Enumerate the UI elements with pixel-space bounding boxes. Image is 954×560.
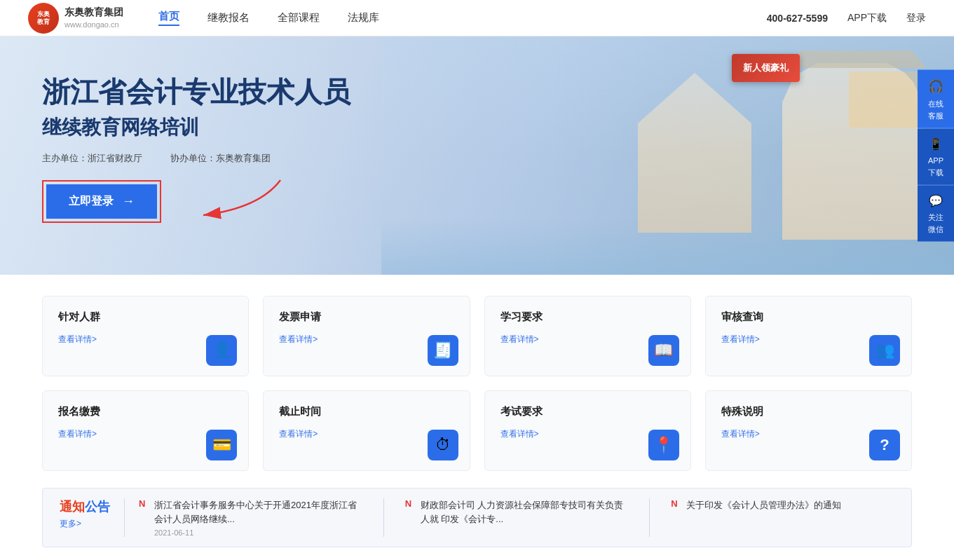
login-link[interactable]: 登录 xyxy=(906,12,926,25)
card-title: 特殊说明 xyxy=(721,405,896,418)
app-download-link[interactable]: APP下载 xyxy=(847,12,887,25)
special-icon: ? xyxy=(869,430,900,460)
card-title: 学习要求 xyxy=(500,310,675,324)
cards-grid: 针对人群 查看详情> 👤 发票申请 查看详情> 🧾 学习要求 查看详情> 📖 审… xyxy=(42,296,912,471)
notice-item-1[interactable]: N 浙江省会计事务服务中心关于开通2021年度浙江省会计人员网络继续... 20… xyxy=(139,498,362,537)
card-title: 截止时间 xyxy=(279,405,454,418)
side-btn-app[interactable]: 📱 APP下载 xyxy=(918,129,954,186)
service-label: 在线客服 xyxy=(920,98,951,121)
card-title: 针对人群 xyxy=(58,310,233,324)
exam-icon: 📍 xyxy=(648,430,679,460)
notice-label-accent: 公告 xyxy=(85,500,110,514)
new-user-badge-label: 新人领豪礼 xyxy=(743,61,789,75)
app-label: APP下载 xyxy=(920,155,951,178)
login-button-label: 立即登录 xyxy=(69,194,114,209)
notice-divider xyxy=(124,498,125,537)
notice-item-3[interactable]: N 关于印发《会计人员管理办法》的通知 xyxy=(671,498,894,515)
hero-subtitle: 继续教育网络培训 xyxy=(42,114,912,141)
nav-link-home[interactable]: 首页 xyxy=(158,10,179,26)
study-icon: 📖 xyxy=(648,335,679,366)
logo-sub: www.dongao.cn xyxy=(64,20,123,30)
app-icon: 📱 xyxy=(920,136,951,153)
invoice-icon: 🧾 xyxy=(428,335,458,366)
navigation: 东奥教育 东奥教育集团 www.dongao.cn 首页 继教报名 全部课程 法… xyxy=(0,0,954,36)
logo[interactable]: 东奥教育 东奥教育集团 www.dongao.cn xyxy=(28,3,123,34)
card-special-note[interactable]: 特殊说明 查看详情> ? xyxy=(705,390,912,471)
nav-right: 400-627-5599 APP下载 登录 xyxy=(767,12,926,25)
card-study-req[interactable]: 学习要求 查看详情> 📖 xyxy=(484,296,691,376)
new-user-badge[interactable]: 新人领豪礼 xyxy=(732,54,800,82)
notice-icon-1: N xyxy=(139,498,150,509)
nav-link-jijiao[interactable]: 继教报名 xyxy=(207,11,250,25)
login-button-box: 立即登录 → xyxy=(42,180,161,223)
card-title: 发票申请 xyxy=(279,310,454,324)
notice-label-section: 通知公告 更多> xyxy=(60,498,110,530)
card-title: 报名缴费 xyxy=(58,405,233,418)
notice-date-1: 2021-06-11 xyxy=(139,528,362,537)
notice-icon-2: N xyxy=(405,498,416,509)
service-icon: 🎧 xyxy=(920,77,951,96)
side-btn-service[interactable]: 🎧 在线客服 xyxy=(918,70,954,129)
red-arrow-annotation xyxy=(147,173,287,239)
notice-more-link[interactable]: 更多> xyxy=(60,518,81,530)
hero-co-host: 协办单位：东奥教育集团 xyxy=(170,152,271,165)
arrow-icon: → xyxy=(122,194,135,209)
card-title: 考试要求 xyxy=(500,405,675,418)
card-exam-req[interactable]: 考试要求 查看详情> 📍 xyxy=(484,390,691,471)
notice-label: 通知公告 xyxy=(60,498,110,515)
deadline-icon: ⏱ xyxy=(428,430,458,460)
hero-host: 主办单位：浙江省财政厅 xyxy=(42,152,142,165)
wechat-label: 关注微信 xyxy=(920,212,951,235)
card-deadline[interactable]: 截止时间 查看详情> ⏱ xyxy=(263,390,470,471)
notice-title-1: 浙江省会计事务服务中心关于开通2021年度浙江省会计人员网络继续... xyxy=(154,498,362,526)
notice-bar: 通知公告 更多> N 浙江省会计事务服务中心关于开通2021年度浙江省会计人员网… xyxy=(42,488,912,547)
card-target-group[interactable]: 针对人群 查看详情> 👤 xyxy=(42,296,249,376)
logo-brand: 东奥教育集团 xyxy=(64,6,123,20)
hero-content: 浙江省会计专业技术人员 继续教育网络培训 主办单位：浙江省财政厅 协办单位：东奥… xyxy=(0,36,954,261)
side-btn-wechat[interactable]: 💬 关注微信 xyxy=(918,186,954,242)
notice-items: N 浙江省会计事务服务中心关于开通2021年度浙江省会计人员网络继续... 20… xyxy=(139,498,894,537)
notice-title-3: 关于印发《会计人员管理办法》的通知 xyxy=(686,498,841,512)
nav-phone: 400-627-5599 xyxy=(767,13,828,24)
main-content: 针对人群 查看详情> 👤 发票申请 查看详情> 🧾 学习要求 查看详情> 📖 审… xyxy=(0,275,954,560)
notice-item-2[interactable]: N 财政部会计司 人力资源社会保障部专技司有关负责人就 印发《会计专... xyxy=(405,498,629,528)
card-invoice[interactable]: 发票申请 查看详情> 🧾 xyxy=(263,296,470,376)
card-audit[interactable]: 审核查询 查看详情> 👥 xyxy=(705,296,912,376)
wechat-icon: 💬 xyxy=(920,193,951,210)
side-buttons: 🎧 在线客服 📱 APP下载 💬 关注微信 xyxy=(918,70,954,242)
login-button[interactable]: 立即登录 → xyxy=(46,184,157,219)
target-group-icon: 👤 xyxy=(206,335,237,366)
notice-divider-2 xyxy=(383,498,384,537)
notice-icon-3: N xyxy=(671,498,682,509)
card-registration[interactable]: 报名缴费 查看详情> 💳 xyxy=(42,390,249,471)
notice-title-2: 财政部会计司 人力资源社会保障部专技司有关负责人就 印发《会计专... xyxy=(421,498,629,526)
notice-label-regular: 通知 xyxy=(60,500,85,514)
audit-icon: 👥 xyxy=(869,335,900,366)
notice-divider-3 xyxy=(649,498,650,537)
nav-links: 首页 继教报名 全部课程 法规库 xyxy=(158,10,379,26)
nav-link-courses[interactable]: 全部课程 xyxy=(278,11,320,25)
hero-section: 新人领豪礼 浙江省会计专业技术人员 继续教育网络培训 主办单位：浙江省财政厅 协… xyxy=(0,36,954,275)
nav-link-law[interactable]: 法规库 xyxy=(348,11,379,25)
registration-icon: 💳 xyxy=(206,430,237,460)
hero-org-info: 主办单位：浙江省财政厅 协办单位：东奥教育集团 xyxy=(42,152,912,165)
card-title: 审核查询 xyxy=(721,310,896,324)
